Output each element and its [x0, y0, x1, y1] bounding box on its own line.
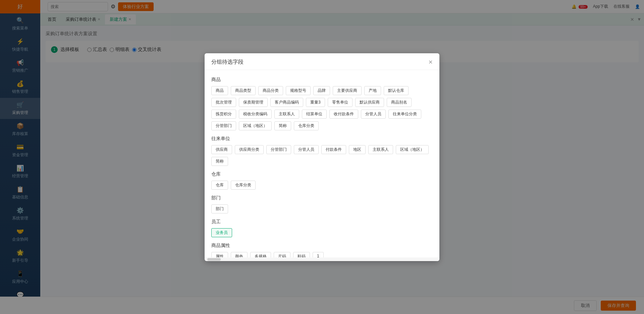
field-tag[interactable]: 付款条件	[321, 145, 346, 154]
section-product-attr-fields: 属性 颜色 多规格 尺码 鞋码 1	[211, 252, 433, 257]
field-tag[interactable]: 属性	[211, 252, 228, 257]
field-tag[interactable]: 分管部门	[266, 145, 291, 154]
field-tag[interactable]: 区域（地区）	[396, 145, 429, 154]
field-tag[interactable]: 客户商品编码	[270, 98, 303, 107]
dialog-hscroll	[205, 257, 439, 261]
dialog: 分组待选字段 ✕ 商品 商品 商品类型 商品分类 规格型号 品牌 主要供应商 产…	[205, 53, 439, 261]
section-product-attr-title: 商品属性	[211, 243, 433, 249]
field-tag[interactable]: 尺码	[274, 252, 290, 257]
field-tag[interactable]: 商品别名	[387, 98, 412, 107]
dialog-title: 分组待选字段	[211, 59, 244, 66]
section-partners-fields: 供应商 供应商分类 分管部门 分管人员 付款条件 地区 主联系人 区域（地区） …	[211, 145, 433, 166]
field-tag[interactable]: 多规格	[250, 252, 271, 257]
section-partners-title: 往来单位	[211, 136, 433, 142]
field-tag[interactable]: 重量3	[306, 98, 325, 107]
field-tag[interactable]: 默认仓库	[384, 86, 409, 95]
field-tag[interactable]: 主联系人	[368, 145, 393, 154]
section-staff-fields: 业务员	[211, 228, 433, 237]
field-tag[interactable]: 税收分类编码	[239, 110, 272, 119]
field-tag[interactable]: 商品	[211, 86, 228, 95]
field-tag[interactable]: 规格型号	[286, 86, 311, 95]
field-tag[interactable]: 产地	[364, 86, 381, 95]
field-tag[interactable]: 鞋码	[293, 252, 310, 257]
section-staff-title: 员工	[211, 219, 433, 225]
field-tag[interactable]: 分管人员	[294, 145, 319, 154]
field-tag[interactable]: 供应商	[211, 145, 232, 154]
field-tag[interactable]: 品牌	[313, 86, 330, 95]
field-tag[interactable]: 批次管理	[211, 98, 236, 107]
section-goods-title: 商品	[211, 77, 433, 83]
field-tag-salesperson[interactable]: 业务员	[211, 228, 232, 237]
field-tag[interactable]: 主联系人	[274, 110, 299, 119]
field-tag[interactable]: 收付款条件	[329, 110, 358, 119]
field-tag[interactable]: 零售单位	[328, 98, 353, 107]
field-tag[interactable]: 简称	[274, 121, 291, 130]
field-tag[interactable]: 颜色	[231, 252, 248, 257]
section-dept-title: 部门	[211, 195, 433, 201]
field-tag[interactable]: 仓库分类	[231, 181, 256, 190]
dialog-close-button[interactable]: ✕	[428, 59, 433, 65]
overlay: 分组待选字段 ✕ 商品 商品 商品类型 商品分类 规格型号 品牌 主要供应商 产…	[0, 0, 644, 314]
field-tag[interactable]: 区域（地区）	[239, 121, 272, 130]
field-tag[interactable]: 地区	[349, 145, 366, 154]
field-tag[interactable]: 分管人员	[361, 110, 386, 119]
field-tag[interactable]: 往来单位分类	[388, 110, 421, 119]
field-tag[interactable]: 拣货积分	[211, 110, 236, 119]
field-tag[interactable]: 1	[313, 252, 324, 257]
section-warehouse-fields: 仓库 仓库分类	[211, 181, 433, 190]
section-goods-fields: 商品 商品类型 商品分类 规格型号 品牌 主要供应商 产地 默认仓库 批次管理 …	[211, 86, 433, 130]
field-tag[interactable]: 商品分类	[258, 86, 283, 95]
field-tag[interactable]: 默认供应商	[355, 98, 384, 107]
field-tag[interactable]: 结算单位	[302, 110, 327, 119]
section-dept-fields: 部门	[211, 204, 433, 213]
field-tag[interactable]: 保质期管理	[239, 98, 268, 107]
dialog-body[interactable]: 商品 商品 商品类型 商品分类 规格型号 品牌 主要供应商 产地 默认仓库 批次…	[205, 70, 439, 257]
section-warehouse-title: 仓库	[211, 171, 433, 177]
field-tag[interactable]: 简称	[211, 157, 228, 166]
field-tag[interactable]: 供应商分类	[235, 145, 264, 154]
field-tag[interactable]: 商品类型	[231, 86, 256, 95]
dialog-header: 分组待选字段 ✕	[205, 53, 439, 70]
field-tag[interactable]: 仓库	[211, 181, 228, 190]
field-tag[interactable]: 分管部门	[211, 121, 236, 130]
field-tag[interactable]: 仓库分类	[294, 121, 319, 130]
field-tag[interactable]: 部门	[211, 204, 228, 213]
field-tag[interactable]: 主要供应商	[333, 86, 362, 95]
